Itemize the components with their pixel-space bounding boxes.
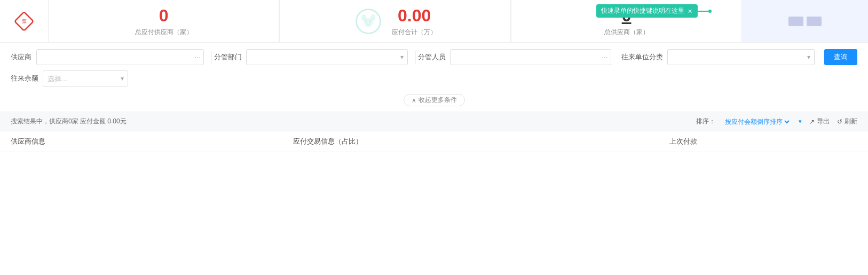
cat-icon	[354, 7, 382, 35]
supplier-label: 供应商	[11, 52, 32, 62]
stat-payable-suppliers: 0 总应付供应商（家）	[49, 0, 279, 42]
manager-label: 分管人员	[418, 52, 446, 62]
col-header-last-payment: 上次付款	[669, 137, 857, 146]
department-select[interactable]	[246, 49, 407, 65]
filter-item-supplier: 供应商 ···	[11, 49, 209, 65]
unit-category-select[interactable]	[667, 49, 815, 65]
stat-total-suppliers: 快速录单的快捷键说明在这里 × 0 总供应商（家）	[511, 0, 742, 42]
payable-suppliers-label: 总应付供应商（家）	[135, 28, 193, 37]
logo-icon: 票	[11, 8, 37, 35]
svg-point-6	[366, 20, 367, 22]
department-label: 分管部门	[214, 52, 242, 62]
stats-bar: 票 0 总应付供应商（家） 0.00	[0, 0, 868, 43]
unit-category-select-wrap: ▾	[667, 49, 815, 65]
filter-bar: 供应商 ··· 分管部门 ▾ 分管人员 ···	[0, 43, 868, 112]
filter-row-1: 供应商 ··· 分管部门 ▾ 分管人员 ···	[11, 49, 857, 65]
logo-area: 票	[0, 0, 49, 42]
export-button[interactable]: ↗ 导出	[809, 117, 830, 126]
manager-input-wrap: ···	[450, 49, 611, 65]
balance-select-wrap: 选择... ▾	[43, 70, 128, 87]
collapse-row: ∧ 收起更多条件	[11, 91, 857, 112]
collapse-arrow-icon: ∧	[412, 97, 416, 104]
refresh-button[interactable]: ↺ 刷新	[837, 117, 857, 126]
payable-suppliers-number: 0	[159, 5, 169, 26]
stat-icon-area	[353, 6, 383, 36]
supplier-input-wrap: ···	[36, 49, 204, 65]
unit-category-label: 往来单位分类	[621, 52, 663, 62]
divider-1	[211, 51, 212, 64]
filter-row-2: 往来余额 选择... ▾	[11, 70, 857, 87]
tooltip-close-btn[interactable]: ×	[688, 7, 692, 15]
filter-item-manager: 分管人员 ···	[418, 49, 617, 65]
results-actions: 排序： 按应付会额倒序排序 ▾ ↗ 导出 ↺ 刷新	[696, 117, 857, 126]
svg-point-7	[369, 20, 371, 22]
collapse-button-label: 收起更多条件	[419, 96, 457, 105]
right-placeholder	[742, 0, 868, 42]
sort-select[interactable]: 按应付会额倒序排序	[723, 117, 791, 126]
col-header-supplier-info: 供应商信息	[11, 137, 293, 146]
results-info-text: 搜索结果中，供应商0家 应付金额 0.00元	[11, 117, 127, 126]
divider-3	[619, 51, 619, 64]
tooltip-text: 快速录单的快捷键说明在这里	[601, 6, 684, 15]
collapse-button[interactable]: ∧ 收起更多条件	[404, 94, 465, 106]
sort-label: 排序：	[696, 117, 715, 126]
refresh-icon: ↺	[837, 118, 842, 125]
filter-item-unit-category: 往来单位分类 ▾	[621, 49, 820, 65]
balance-select[interactable]: 选择...	[43, 70, 128, 87]
refresh-label: 刷新	[845, 117, 857, 126]
balance-label: 往来余额	[11, 74, 38, 83]
payable-total-label: 应付合计（万）	[392, 28, 437, 37]
stat-middle-wrap: 0.00 应付合计（万）	[353, 5, 437, 37]
table-body	[0, 152, 868, 275]
svg-point-5	[364, 18, 373, 27]
table-header: 供应商信息 应付交易信息（占比） 上次付款	[0, 131, 868, 152]
supplier-dots-icon[interactable]: ···	[195, 53, 201, 61]
export-label: 导出	[817, 117, 830, 126]
manager-dots-icon[interactable]: ···	[602, 53, 608, 61]
col-header-transaction-info: 应付交易信息（占比）	[293, 137, 669, 146]
tooltip-dot	[707, 9, 713, 14]
total-suppliers-label: 总供应商（家）	[604, 28, 649, 37]
filter-item-department: 分管部门 ▾	[214, 49, 413, 65]
payable-total-number: 0.00	[398, 5, 431, 26]
sort-chevron-icon: ▾	[799, 118, 802, 125]
export-icon: ↗	[809, 118, 815, 125]
placeholder-box-1	[788, 17, 803, 26]
results-bar: 搜索结果中，供应商0家 应付金额 0.00元 排序： 按应付会额倒序排序 ▾ ↗…	[0, 112, 868, 131]
tooltip-bubble[interactable]: 快速录单的快捷键说明在这里 ×	[596, 4, 697, 18]
filter-item-balance: 往来余额 选择... ▾	[11, 70, 128, 87]
department-select-wrap: ▾	[246, 49, 407, 65]
placeholder-box-2	[807, 17, 822, 26]
manager-input[interactable]	[450, 49, 611, 65]
divider-2	[415, 51, 416, 64]
supplier-input[interactable]	[36, 49, 204, 65]
stat-payable-total: 0.00 应付合计（万）	[280, 0, 510, 42]
svg-text:票: 票	[22, 19, 27, 24]
query-button[interactable]: 查询	[824, 49, 857, 65]
